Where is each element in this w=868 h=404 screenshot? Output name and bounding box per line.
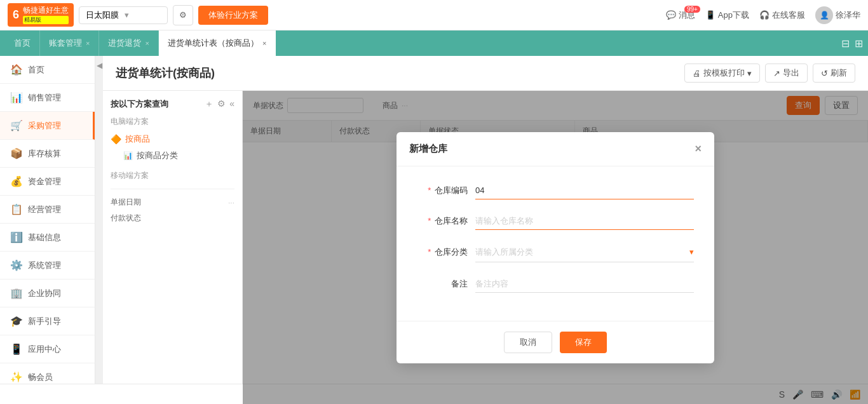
sidebar-app-center-label: 应用中心 <box>28 344 61 355</box>
username: 徐泽华 <box>836 10 860 21</box>
sidebar-item-finance[interactable]: 💰 资金管理 <box>0 168 95 196</box>
sidebar-item-sales[interactable]: 📊 销售管理 <box>0 84 95 112</box>
tab-bar: 首页 账套管理 × 进货退货 × 进货单统计表（按商品） × ⊟ ⊞ <box>0 30 868 56</box>
modal-body: * 仓库编码 * 仓库名称 <box>397 166 714 321</box>
brand-badge: 精易版 <box>23 16 69 24</box>
scheme-product-label: 按商品 <box>125 133 150 145</box>
category-arrow-icon: ▾ <box>689 247 694 257</box>
name-required: * <box>428 216 431 226</box>
sidebar-item-app-center[interactable]: 📱 应用中心 <box>0 335 95 363</box>
avatar: 👤 <box>815 6 833 24</box>
pay-row: 付款状态 <box>111 213 234 224</box>
online-service-label: 在线客服 <box>772 10 805 21</box>
sidebar-system-label: 系统管理 <box>28 260 61 271</box>
tab-bar-controls: ⊟ ⊞ <box>841 37 863 50</box>
refresh-btn[interactable]: ↺ 刷新 <box>813 64 855 83</box>
tab-stat-label: 进货单统计表（按商品） <box>168 37 259 49</box>
tab-account-close[interactable]: × <box>86 39 90 47</box>
sidebar-purchase-label: 采购管理 <box>28 120 61 131</box>
store-name: 日太阳膜 <box>86 10 122 21</box>
tab-purchase-return[interactable]: 进货退货 × <box>99 30 158 56</box>
filter-panel: 按以下方案查询 ＋ ⚙ « 电脑端方案 🔶 按商品 📊 按商品分类 <box>103 91 243 404</box>
content-actions: 🖨 按模板打印 ▾ ↗ 导出 ↺ 刷新 <box>684 64 855 83</box>
date-value: ··· <box>228 198 234 207</box>
category-select[interactable]: 请输入所属分类 ▾ <box>475 243 694 262</box>
date-row: 单据日期 ··· <box>111 197 234 208</box>
sidebar-enterprise-label: 企业协同 <box>28 288 61 299</box>
sidebar-item-operations[interactable]: 📋 经营管理 <box>0 196 95 224</box>
home-icon: 🏠 <box>10 64 23 76</box>
sidebar-home-label: 首页 <box>28 64 44 76</box>
tab-purchase-stat[interactable]: 进货单统计表（按商品） × <box>159 30 276 56</box>
online-service-btn[interactable]: 🎧 在线客服 <box>759 10 805 21</box>
sidebar-item-home[interactable]: 🏠 首页 <box>0 56 95 84</box>
vip-icon: ✨ <box>10 371 23 383</box>
tab-return-close[interactable]: × <box>145 39 149 47</box>
modal-title: 新增仓库 <box>409 143 447 155</box>
settings-icon-btn[interactable]: ⚙ <box>173 5 193 25</box>
message-btn[interactable]: 💬 消息 99+ <box>666 10 695 21</box>
purchase-icon: 🛒 <box>10 119 23 131</box>
form-row-code: * 仓库编码 <box>417 182 694 199</box>
base-info-icon: ℹ️ <box>10 231 23 243</box>
name-input[interactable] <box>475 212 694 230</box>
filter-title: 按以下方案查询 <box>111 98 168 110</box>
enterprise-icon: 🏢 <box>10 287 23 299</box>
modal-close-btn[interactable]: × <box>695 142 702 156</box>
app-center-icon: 📱 <box>10 343 23 355</box>
sidebar-item-base-info[interactable]: ℹ️ 基础信息 <box>0 224 95 252</box>
pay-label: 付款状态 <box>111 213 141 224</box>
tab-account-management[interactable]: 账套管理 × <box>40 30 99 56</box>
sidebar-collapse-btn[interactable]: ◀ <box>95 56 103 404</box>
sidebar-base-info-label: 基础信息 <box>28 232 61 243</box>
tab-home[interactable]: 首页 <box>5 30 40 56</box>
tab-stat-close[interactable]: × <box>262 39 266 47</box>
sidebar-vip-label: 畅会员 <box>28 372 53 383</box>
scheme-category-item[interactable]: 📊 按商品分类 <box>123 147 234 164</box>
logo-area[interactable]: 6 畅捷通好生意 精易版 <box>8 3 74 27</box>
page-title: 进货单统计(按商品) <box>116 65 215 81</box>
store-selector[interactable]: 日太阳膜 ▾ <box>79 6 168 24</box>
guide-icon: 🎓 <box>10 315 23 327</box>
scheme-by-product[interactable]: 🔶 按商品 <box>111 131 234 147</box>
sidebar-item-inventory[interactable]: 📦 库存核算 <box>0 140 95 168</box>
user-menu[interactable]: 👤 徐泽华 <box>815 6 860 24</box>
tab-maximize-btn[interactable]: ⊞ <box>855 37 863 50</box>
trial-button[interactable]: 体验行业方案 <box>198 6 268 25</box>
finance-icon: 💰 <box>10 175 23 187</box>
filter-conditions: 单据日期 ··· 付款状态 <box>111 189 234 224</box>
sidebar: 🏠 首页 📊 销售管理 🛒 采购管理 📦 库存核算 💰 资金管理 📋 经营管理 … <box>0 56 95 404</box>
export-btn[interactable]: ↗ 导出 <box>765 64 808 83</box>
sidebar-item-guide[interactable]: 🎓 新手引导 <box>0 307 95 335</box>
collapse-filter-btn[interactable]: « <box>229 98 234 110</box>
inventory-icon: 📦 <box>10 147 23 159</box>
message-icon: 💬 <box>666 10 676 20</box>
header-right: 💬 消息 99+ 📱 App下载 🎧 在线客服 👤 徐泽华 <box>666 6 860 24</box>
system-icon: ⚙️ <box>10 259 23 271</box>
tab-account-label: 账套管理 <box>49 37 82 49</box>
code-required: * <box>428 185 431 195</box>
cancel-button[interactable]: 取消 <box>504 332 552 353</box>
note-input[interactable] <box>475 275 694 293</box>
mobile-icon: 📱 <box>705 10 715 20</box>
filter-table-area: 按以下方案查询 ＋ ⚙ « 电脑端方案 🔶 按商品 📊 按商品分类 <box>103 91 868 404</box>
headset-icon: 🎧 <box>759 10 770 20</box>
save-button[interactable]: 保存 <box>560 332 607 353</box>
sidebar-inventory-label: 库存核算 <box>28 148 61 159</box>
filter-header: 按以下方案查询 ＋ ⚙ « <box>111 98 234 110</box>
main-layout: 🏠 首页 📊 销售管理 🛒 采购管理 📦 库存核算 💰 资金管理 📋 经营管理 … <box>0 56 868 404</box>
filter-btns: ＋ ⚙ « <box>205 98 234 110</box>
modal-new-warehouse: 新增仓库 × * 仓库编码 <box>397 132 714 363</box>
edit-scheme-btn[interactable]: ⚙ <box>217 98 226 110</box>
store-dropdown-arrow: ▾ <box>125 10 161 20</box>
tab-minimize-btn[interactable]: ⊟ <box>841 37 850 50</box>
sales-icon: 📊 <box>10 91 23 104</box>
add-scheme-btn[interactable]: ＋ <box>205 98 214 110</box>
sidebar-item-enterprise[interactable]: 🏢 企业协同 <box>0 279 95 307</box>
sidebar-item-purchase[interactable]: 🛒 采购管理 <box>0 112 95 140</box>
brand-name: 畅捷通好生意 <box>23 6 69 16</box>
sidebar-item-system[interactable]: ⚙️ 系统管理 <box>0 252 95 279</box>
code-input[interactable] <box>475 182 694 199</box>
app-download-btn[interactable]: 📱 App下载 <box>705 10 749 21</box>
print-btn[interactable]: 🖨 按模板打印 ▾ <box>684 64 760 83</box>
